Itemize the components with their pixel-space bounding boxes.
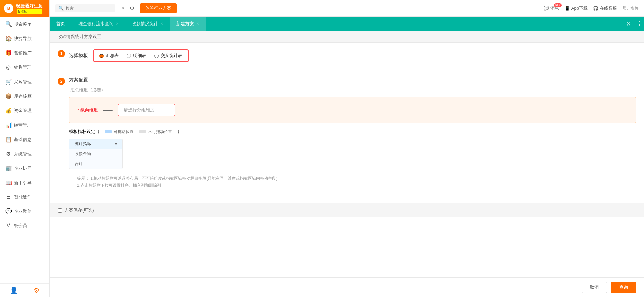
sidebar-item-enterprise[interactable]: 🏢 企业协同 bbox=[0, 161, 49, 176]
save-plan-checkbox[interactable] bbox=[58, 208, 62, 213]
dimension-row: * 纵向维度 —— 请选择分组维度 bbox=[77, 104, 628, 116]
page-title: 收款情况统计方案设置 bbox=[58, 34, 101, 39]
dimension-area: * 纵向维度 —— 请选择分组维度 bbox=[69, 97, 636, 123]
sidebar-item-label: 企业协同 bbox=[14, 165, 32, 171]
option-detail-label: 明细表 bbox=[133, 53, 146, 59]
logo-text: 畅捷通好生意 bbox=[16, 3, 42, 9]
sidebar-item-hardware[interactable]: 🖥 智能硬件 bbox=[0, 190, 49, 204]
search-input[interactable] bbox=[66, 6, 106, 11]
save-plan-label: 方案保存(可选) bbox=[65, 207, 94, 213]
option-summary[interactable]: 汇总表 bbox=[99, 53, 119, 59]
tab-bank-flow[interactable]: 现金银行流水查询 × bbox=[72, 17, 125, 31]
sidebar-item-label: 销售管理 bbox=[14, 64, 32, 70]
legend-fixed: 不可拖动位置 bbox=[139, 129, 172, 135]
message-button[interactable]: 💬 消息 99+ bbox=[544, 5, 559, 11]
sidebar-item-label: 库存核算 bbox=[14, 93, 32, 99]
content-card: 收款情况统计方案设置 1 选择模板 汇总表 bbox=[50, 31, 644, 277]
indicators-label: 模板指标设定（ bbox=[69, 129, 100, 135]
search-menu-icon: 🔍 bbox=[5, 21, 11, 27]
radio-cross[interactable] bbox=[154, 54, 159, 58]
sidebar-item-label: 新手引导 bbox=[14, 180, 32, 186]
tab-close-new-plan[interactable]: × bbox=[197, 21, 199, 26]
sidebar-item-member[interactable]: V 畅会员 bbox=[0, 218, 49, 233]
enterprise-icon: 🏢 bbox=[5, 165, 11, 171]
search-box: 🔍 bbox=[55, 4, 115, 12]
template-options: 汇总表 明细表 交叉统计表 bbox=[93, 49, 189, 62]
step2: 2 方案配置 汇总维度（必选） * 纵向维度 —— bbox=[58, 77, 636, 195]
sidebar-item-marketing[interactable]: 🎁 营销推广 bbox=[0, 46, 49, 60]
message-icon: 💬 bbox=[544, 6, 549, 11]
sidebar-item-system[interactable]: ⚙ 系统管理 bbox=[0, 147, 49, 161]
trial-industry-button[interactable]: 体验行业方案 bbox=[140, 3, 177, 13]
sidebar-bottom: 👤 ⚙ bbox=[0, 283, 49, 297]
footer-section: 方案保存(可选) bbox=[50, 203, 644, 217]
sidebar-item-search-menu[interactable]: 🔍 搜索菜单 bbox=[0, 17, 49, 31]
step1-content: 选择模板 汇总表 明细表 bbox=[69, 49, 636, 62]
user-name-label[interactable]: 用户名称 bbox=[623, 5, 639, 11]
step1-badge: 1 bbox=[58, 50, 65, 57]
bottom-action-bar: 取消 查询 bbox=[50, 277, 644, 297]
fixed-indicator bbox=[139, 130, 146, 133]
sidebar-item-label: 系统管理 bbox=[14, 151, 32, 157]
dropdown-chevron-icon[interactable]: ▾ bbox=[122, 6, 124, 11]
sidebar-item-wechat[interactable]: 💬 企业微信 bbox=[0, 204, 49, 218]
content-area: 收款情况统计方案设置 1 选择模板 汇总表 bbox=[50, 31, 644, 297]
sidebar-item-finance[interactable]: 💰 资金管理 bbox=[0, 103, 49, 118]
sidebar-logo: B 畅捷通好生意 标准版 bbox=[0, 0, 49, 17]
step2-section: 2 方案配置 汇总维度（必选） * 纵向维度 —— bbox=[50, 70, 644, 195]
sidebar-item-basic-info[interactable]: 📋 基础信息 bbox=[0, 132, 49, 147]
operations-icon: 📊 bbox=[5, 122, 11, 128]
sidebar-settings-icon[interactable]: ⚙ bbox=[34, 286, 40, 294]
basic-info-icon: 📋 bbox=[5, 136, 11, 143]
query-button[interactable]: 查询 bbox=[611, 282, 636, 293]
expand-window-icon[interactable]: ⛶ bbox=[635, 21, 640, 27]
sidebar-nav: 🔍 搜索菜单 🏠 快捷导航 🎁 营销推广 ◎ 销售管理 🛒 采购管理 📦 库存核… bbox=[0, 17, 49, 283]
tab-new-plan[interactable]: 新建方案 × bbox=[170, 17, 206, 31]
purchase-icon: 🛒 bbox=[5, 79, 11, 85]
stats-table-row-amount: 收款金额 bbox=[69, 149, 122, 159]
tab-collection-stats[interactable]: 收款情况统计 × bbox=[125, 17, 170, 31]
home-icon: 🏠 bbox=[5, 35, 11, 42]
indicators-legend: 模板指标设定（ 可拖动位置 不可拖动位置 ） bbox=[69, 129, 636, 135]
tab-close-collection-stats[interactable]: × bbox=[161, 21, 163, 26]
tab-home[interactable]: 首页 bbox=[50, 17, 72, 31]
sidebar-item-quick-nav[interactable]: 🏠 快捷导航 bbox=[0, 31, 49, 46]
app-download-button[interactable]: 📱 App下载 bbox=[565, 5, 588, 11]
radio-detail[interactable] bbox=[127, 54, 131, 58]
search-icon: 🔍 bbox=[58, 6, 64, 11]
indicators-section: 模板指标设定（ 可拖动位置 不可拖动位置 ） bbox=[69, 129, 636, 170]
sidebar-item-label: 营销推广 bbox=[14, 50, 32, 56]
sidebar-item-label: 资金管理 bbox=[14, 108, 32, 114]
logo-badge: 标准版 bbox=[17, 9, 42, 14]
wechat-icon: 💬 bbox=[5, 208, 11, 214]
settings-gear-icon[interactable]: ⚙ bbox=[130, 5, 135, 11]
option-cross-label: 交叉统计表 bbox=[161, 53, 182, 59]
option-detail[interactable]: 明细表 bbox=[127, 53, 146, 59]
option-summary-label: 汇总表 bbox=[106, 53, 119, 59]
cancel-button[interactable]: 取消 bbox=[582, 282, 607, 293]
sidebar-item-sales[interactable]: ◎ 销售管理 bbox=[0, 60, 49, 75]
sidebar-person-icon[interactable]: 👤 bbox=[10, 286, 18, 294]
legend-draggable: 可拖动位置 bbox=[105, 129, 134, 135]
member-icon: V bbox=[5, 222, 11, 229]
option-cross[interactable]: 交叉统计表 bbox=[154, 53, 182, 59]
sidebar-item-purchase[interactable]: 🛒 采购管理 bbox=[0, 75, 49, 89]
sidebar-item-operations[interactable]: 📊 经营管理 bbox=[0, 118, 49, 132]
message-badge: 99+ bbox=[554, 3, 562, 7]
tab-close-bank-flow[interactable]: × bbox=[116, 21, 118, 26]
step1: 1 选择模板 汇总表 明细表 bbox=[58, 49, 636, 62]
sidebar-item-inventory[interactable]: 📦 库存核算 bbox=[0, 89, 49, 103]
main-area: 🔍 ▾ ⚙ 体验行业方案 💬 消息 99+ 📱 App下载 🎧 在线客服 用户名… bbox=[50, 0, 644, 297]
close-window-icon[interactable]: ✕ bbox=[626, 21, 631, 27]
tip-2: 2.点击标题栏下拉可设置排序、插入列和删除列 bbox=[77, 183, 628, 188]
stats-header-dropdown-icon[interactable]: ▾ bbox=[115, 142, 117, 146]
step2-content: 方案配置 汇总维度（必选） * 纵向维度 —— bbox=[69, 77, 636, 195]
hardware-icon: 🖥 bbox=[5, 194, 11, 200]
online-service-button[interactable]: 🎧 在线客服 bbox=[593, 5, 617, 11]
dimension-selector[interactable]: 请选择分组维度 bbox=[118, 104, 175, 116]
sidebar-item-guide[interactable]: 📖 新手引导 bbox=[0, 176, 49, 190]
app-icon: 📱 bbox=[565, 6, 570, 11]
tips-section: 提示： 1.拖动标题栏可以调整布局，不可跨维度或指标区域拖动栏目字段(只能在同一… bbox=[69, 170, 636, 195]
sidebar-item-label: 畅会员 bbox=[14, 222, 27, 229]
radio-summary[interactable] bbox=[99, 54, 104, 58]
